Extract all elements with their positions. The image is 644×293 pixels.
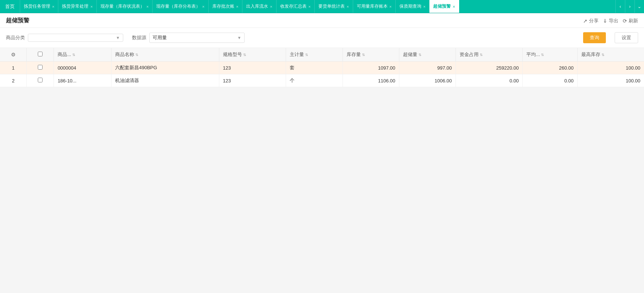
row-capital-0: 259220.00 [456,62,523,74]
nav-tab-6[interactable]: 收发存汇总表 × [277,0,315,13]
stock-column-header[interactable]: 库存量 ⇅ [343,48,399,62]
unit-column-header[interactable]: 主计量 ⇅ [286,48,343,62]
table-row: 2 186-10... 机油滤清器 123 个 1106.00 1006.00 … [0,74,644,87]
share-icon: ➚ [583,18,588,24]
row-avg-0: 260.00 [523,62,578,74]
top-nav: 首页 拣货任务管理 × 拣货异常处理 × 现存量（库存状况表） × 现存量（库存… [0,0,644,13]
nav-arrows: ‹ › ⌄ [615,0,644,13]
spec-column-header[interactable]: 规格型号 ⇅ [219,48,286,62]
row-over-1: 1006.00 [399,74,455,87]
row-unit-1: 个 [286,74,343,87]
close-tab-0[interactable]: × [52,4,54,9]
nav-tab-4[interactable]: 库存批次账 × [209,0,242,13]
row-over-0: 997.00 [399,62,455,74]
row-num-0: 1 [0,62,27,74]
name-column-header[interactable]: 商品名称 ⇅ [111,48,219,62]
sort-icon-over: ⇅ [418,53,421,57]
close-tab-5[interactable]: × [270,4,272,9]
row-spec-0: 123 [219,62,286,74]
nav-tab-7[interactable]: 要货单统计表 × [315,0,353,13]
nav-menu-btn[interactable]: ⌄ [634,0,644,13]
header-actions: ➚ 分享 ⇓ 导出 ⟳ 刷新 [583,18,638,24]
row-select-1[interactable] [38,78,43,82]
sort-icon-spec: ⇅ [243,53,246,57]
row-max-1: 100.00 [578,74,644,87]
nav-tab-8[interactable]: 可用量库存账本 × [353,0,396,13]
close-tab-10[interactable]: × [453,4,455,9]
nav-tab-5[interactable]: 出入库流水 × [242,0,276,13]
max-column-header[interactable]: 最高库存 ⇅ [578,48,644,62]
datasource-filter-group: 数据源 可用量 ▼ [132,33,245,43]
nav-tab-9[interactable]: 保质期查询 × [396,0,429,13]
sort-icon: ⇅ [72,53,75,57]
nav-next-btn[interactable]: › [625,0,634,13]
category-select[interactable]: ▼ [28,34,123,42]
nav-tab-2[interactable]: 现存量（库存状况表） × [97,0,153,13]
row-code-1: 186-10... [54,74,111,87]
close-tab-2[interactable]: × [146,4,149,9]
export-button[interactable]: ⇓ 导出 [603,18,618,24]
close-tab-6[interactable]: × [308,4,311,9]
nav-tab-3[interactable]: 现存量（库存分布表） × [153,0,208,13]
close-tab-8[interactable]: × [389,4,392,9]
row-avg-1: 0.00 [523,74,578,87]
table-container: ⚙ 商品... ⇅ 商品名称 ⇅ [0,48,644,87]
share-button[interactable]: ➚ 分享 [583,18,599,24]
row-checkbox-0[interactable] [27,62,54,74]
row-num-1: 2 [0,74,27,87]
row-stock-0: 1097.00 [343,62,399,74]
setting-button[interactable]: 设置 [615,32,638,43]
refresh-button[interactable]: ⟳ 刷新 [623,18,638,24]
sort-icon-max: ⇅ [601,53,604,57]
query-button[interactable]: 查询 [583,32,606,43]
refresh-icon: ⟳ [623,18,627,24]
close-tab-1[interactable]: × [90,4,92,9]
datasource-select-value: 可用量 [153,34,167,41]
checkbox-column-header[interactable] [27,48,54,62]
nav-home[interactable]: 首页 [0,0,20,13]
table-row: 1 0000004 六配套新昌490BPG 123 套 1097.00 997.… [0,62,644,74]
nav-tab-1[interactable]: 拣货异常处理 × [58,0,96,13]
code-column-header[interactable]: 商品... ⇅ [54,48,111,62]
row-select-0[interactable] [38,65,43,70]
datasource-label: 数据源 [132,34,146,41]
gear-icon: ⚙ [11,52,16,58]
sort-icon-avg: ⇅ [541,53,544,57]
row-checkbox-1[interactable] [27,74,54,87]
table-header-row: ⚙ 商品... ⇅ 商品名称 ⇅ [0,48,644,62]
sort-icon-unit: ⇅ [305,53,308,57]
page-header: 超储预警 ➚ 分享 ⇓ 导出 ⟳ 刷新 [0,13,644,28]
filter-bar: 商品分类 ▼ 数据源 可用量 ▼ 查询 设置 [0,28,644,48]
row-capital-1: 0.00 [456,74,523,87]
main-table: ⚙ 商品... ⇅ 商品名称 ⇅ [0,48,644,87]
nav-prev-btn[interactable]: ‹ [615,0,625,13]
sort-icon-capital: ⇅ [480,53,483,57]
nav-tab-10[interactable]: 超储预警 × [429,0,459,13]
row-code-0: 0000004 [54,62,111,74]
row-name-0: 六配套新昌490BPG [111,62,219,74]
row-max-0: 100.00 [578,62,644,74]
avg-column-header[interactable]: 平均... ⇅ [523,48,578,62]
page-title: 超储预警 [6,17,29,25]
row-unit-0: 套 [286,62,343,74]
datasource-select[interactable]: 可用量 ▼ [149,33,245,43]
over-column-header[interactable]: 超储量 ⇅ [399,48,455,62]
nav-tab-0[interactable]: 拣货任务管理 × [20,0,58,13]
row-spec-1: 123 [219,74,286,87]
close-tab-4[interactable]: × [236,4,238,9]
sort-icon-name: ⇅ [135,53,138,57]
close-tab-7[interactable]: × [347,4,349,9]
select-all-checkbox[interactable] [38,52,43,56]
close-tab-9[interactable]: × [423,4,425,9]
row-name-1: 机油滤清器 [111,74,219,87]
close-tab-3[interactable]: × [202,4,204,9]
capital-column-header[interactable]: 资金占用 ⇅ [456,48,523,62]
row-stock-1: 1106.00 [343,74,399,87]
export-icon: ⇓ [603,18,607,24]
category-label: 商品分类 [6,34,25,41]
datasource-dropdown-icon: ▼ [237,36,241,40]
category-filter-group: 商品分类 ▼ [6,34,123,42]
sort-icon-stock: ⇅ [362,53,365,57]
category-dropdown-icon: ▼ [116,36,120,40]
settings-column-header[interactable]: ⚙ [0,48,27,62]
